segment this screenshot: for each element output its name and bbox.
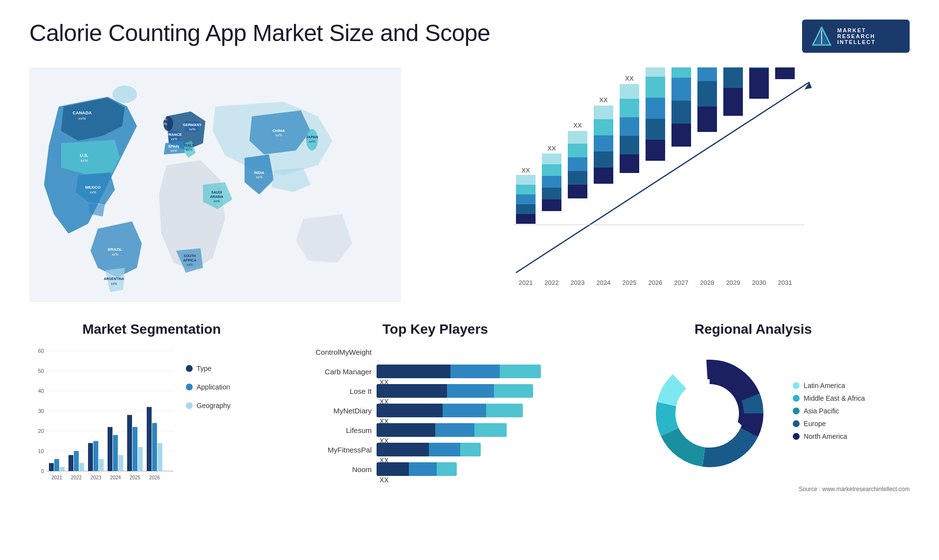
segmentation-title: Market Segmentation	[29, 322, 274, 337]
legend-type: Type	[186, 365, 230, 372]
svg-rect-113	[775, 67, 795, 79]
svg-text:xx%: xx%	[80, 158, 88, 163]
svg-text:xx%: xx%	[186, 148, 192, 151]
svg-text:xx%: xx%	[309, 140, 315, 143]
svg-rect-43	[516, 214, 536, 224]
svg-text:XX: XX	[599, 96, 608, 104]
kp-row-controlmyweight: ControlMyWeight	[293, 345, 577, 359]
svg-text:xx%: xx%	[78, 116, 86, 121]
svg-rect-75	[620, 84, 639, 99]
svg-rect-142	[79, 463, 84, 471]
svg-text:SPAIN: SPAIN	[168, 144, 179, 149]
svg-rect-156	[147, 407, 152, 471]
legend-north-america: North America	[793, 432, 865, 440]
key-players-title: Top Key Players	[293, 322, 577, 337]
svg-text:2023: 2023	[90, 475, 102, 480]
svg-text:xx%: xx%	[189, 128, 195, 131]
page-container: Calorie Counting App Market Size and Sco…	[0, 0, 939, 560]
svg-text:GERMANY: GERMANY	[183, 123, 201, 127]
svg-rect-92	[697, 107, 717, 132]
kp-row-mynetdiary: MyNetDiary XX	[293, 404, 577, 417]
svg-rect-67	[594, 119, 613, 135]
svg-rect-136	[49, 463, 54, 471]
svg-rect-145	[93, 441, 98, 472]
svg-text:U.K.: U.K.	[160, 117, 168, 121]
svg-rect-61	[568, 131, 587, 144]
svg-text:2023: 2023	[571, 279, 585, 286]
svg-rect-60	[568, 144, 587, 157]
svg-rect-146	[99, 459, 104, 471]
svg-text:SOUTH: SOUTH	[184, 254, 196, 258]
svg-text:xx%: xx%	[111, 282, 117, 285]
svg-rect-45	[516, 194, 536, 204]
kp-row-myfitnesspal: MyFitnessPal XX	[293, 443, 577, 456]
svg-rect-107	[749, 67, 769, 68]
svg-rect-100	[723, 67, 743, 88]
svg-text:2026: 2026	[149, 475, 160, 480]
legend-mea-label: Middle East & Africa	[804, 394, 865, 402]
svg-rect-72	[620, 136, 639, 154]
kp-name-4: Lifesum	[293, 426, 372, 434]
svg-rect-68	[594, 106, 613, 119]
svg-text:XX: XX	[625, 75, 634, 82]
svg-rect-78	[646, 140, 665, 161]
svg-text:xx%: xx%	[89, 191, 96, 194]
svg-rect-94	[697, 67, 717, 81]
svg-rect-73	[620, 117, 639, 136]
svg-text:XX: XX	[521, 167, 530, 174]
top-section: CANADA xx% U.S. xx% MEXICO xx% BRAZIL xx…	[29, 67, 910, 302]
svg-rect-85	[671, 124, 691, 147]
svg-text:40: 40	[38, 388, 44, 394]
legend-europe: Europe	[793, 420, 865, 428]
svg-text:xx%: xx%	[275, 133, 282, 137]
kp-bar-1: XX	[377, 365, 577, 378]
segmentation-chart: 60 50 40 30 20 10 0	[29, 345, 176, 492]
kp-row-noom: Noom XX	[293, 462, 577, 476]
kp-row-lifesum: Lifesum XX	[293, 423, 577, 437]
key-players-container: Top Key Players ControlMyWeight Carb Man…	[293, 322, 577, 507]
svg-rect-150	[118, 455, 123, 471]
svg-text:ARGENTINA: ARGENTINA	[104, 277, 124, 280]
bar-chart-container: XX 2021 XX 2022	[421, 67, 910, 302]
svg-rect-80	[646, 98, 665, 119]
map-container: CANADA xx% U.S. xx% MEXICO xx% BRAZIL xx…	[29, 67, 401, 302]
svg-rect-148	[108, 427, 112, 471]
regional-legend: Latin America Middle East & Africa Asia …	[793, 382, 865, 445]
svg-rect-88	[671, 67, 691, 78]
legend-na-label: North America	[804, 432, 847, 440]
svg-text:20: 20	[38, 428, 44, 434]
svg-rect-154	[138, 447, 143, 471]
svg-text:JAPAN: JAPAN	[306, 135, 318, 139]
svg-text:2021: 2021	[51, 475, 63, 480]
kp-bar-6: XX	[377, 462, 577, 476]
kp-name-1: Carb Manager	[293, 367, 372, 376]
svg-text:10: 10	[38, 448, 44, 454]
svg-rect-157	[152, 423, 157, 471]
page-title: Calorie Counting App Market Size and Sco…	[29, 20, 490, 46]
source-text: Source : www.marketresearchintellect.com	[597, 486, 910, 493]
kp-bar-2: XX	[377, 384, 577, 398]
legend-application: Application	[186, 383, 230, 391]
svg-text:INDIA: INDIA	[254, 171, 265, 175]
kp-bar-0	[377, 345, 577, 359]
svg-text:2025: 2025	[623, 279, 637, 286]
svg-text:2022: 2022	[545, 279, 559, 286]
svg-text:0: 0	[41, 468, 44, 474]
svg-rect-71	[620, 154, 639, 173]
svg-text:2021: 2021	[519, 279, 533, 286]
logo-icon	[812, 26, 831, 46]
svg-text:XX: XX	[547, 145, 556, 152]
svg-text:xx%: xx%	[214, 199, 220, 203]
kp-bar-3: XX	[377, 404, 577, 417]
regional-donut-chart	[641, 345, 778, 482]
svg-rect-81	[646, 77, 665, 98]
svg-rect-58	[568, 171, 587, 185]
bottom-section: Market Segmentation 60 50 40 30 20 10 0	[29, 322, 910, 507]
svg-point-4	[112, 86, 137, 103]
kp-val-6: XX	[380, 476, 577, 484]
logo-box: MARKET RESEARCH INTELLECT	[802, 20, 910, 53]
svg-text:CANADA: CANADA	[73, 110, 92, 115]
legend-geography: Geography	[186, 402, 230, 409]
svg-rect-82	[646, 67, 665, 77]
svg-text:SAUDI: SAUDI	[211, 191, 222, 194]
